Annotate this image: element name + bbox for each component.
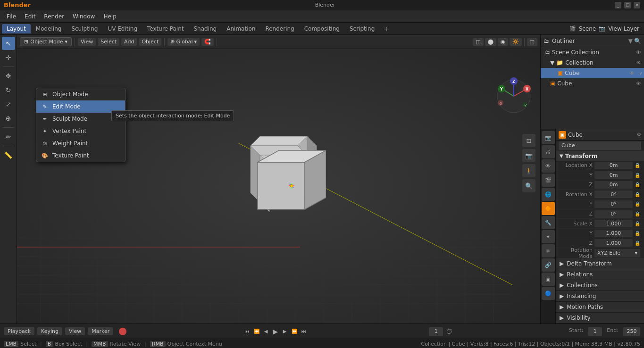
visibility-header[interactable]: ▶ Visibility — [556, 313, 644, 323]
scale-z-lock-icon[interactable]: 🔒 — [635, 240, 640, 246]
add-workspace-button[interactable]: + — [380, 24, 393, 34]
minimize-button[interactable]: _ — [615, 2, 621, 8]
collections-header[interactable]: ▶ Collections — [556, 280, 644, 290]
frame-start-input[interactable]: 1 — [588, 327, 602, 336]
location-x-input[interactable]: 0m — [594, 162, 633, 169]
cube-eye-icon[interactable]: 👁 — [629, 70, 635, 76]
rotation-y-input[interactable]: 0° — [594, 200, 633, 208]
tab-compositing[interactable]: Compositing — [300, 24, 344, 33]
location-y-lock-icon[interactable]: 🔒 — [635, 173, 640, 178]
location-y-input[interactable]: 0m — [594, 171, 633, 179]
marker-menu-button[interactable]: Marker — [88, 327, 113, 335]
viewport-shading-wireframe[interactable]: ◫ — [473, 38, 483, 46]
outliner-cube-root[interactable]: ▣ Cube 👁 — [541, 78, 644, 89]
tab-layout[interactable]: Layout — [2, 24, 31, 33]
frame-end-input[interactable]: 250 — [623, 327, 640, 336]
prop-tab-modifier[interactable]: 🔧 — [542, 216, 555, 229]
instancing-header[interactable]: ▶ Instancing — [556, 291, 644, 301]
menu-window[interactable]: Window — [69, 12, 99, 21]
viewport-shading-material[interactable]: ◉ — [498, 38, 508, 46]
outliner-search-button[interactable]: 🔍 — [634, 38, 641, 44]
select-menu-button[interactable]: Select — [98, 38, 119, 46]
viewport-shading-solid[interactable]: ⬤ — [485, 38, 496, 46]
prop-tab-constraints[interactable]: 🔗 — [542, 258, 555, 272]
prop-tab-view-layer[interactable]: 👁 — [542, 159, 555, 173]
prop-tab-material[interactable]: 🔵 — [542, 287, 555, 300]
view-menu-button[interactable]: View — [78, 38, 96, 46]
current-frame-input[interactable]: 1 — [429, 327, 443, 336]
prop-tab-render[interactable]: 📷 — [542, 131, 555, 144]
next-keyframe-button[interactable]: ⏩ — [290, 327, 299, 336]
close-button[interactable]: ✕ — [634, 2, 640, 8]
object-menu-button[interactable]: Object — [139, 38, 161, 46]
snap-button[interactable]: 🧲 — [201, 38, 214, 46]
measure-tool-button[interactable]: 📏 — [2, 149, 15, 162]
scale-x-input[interactable]: 1.000 — [594, 220, 633, 227]
next-frame-button[interactable]: ▶ — [281, 327, 289, 336]
tab-scripting[interactable]: Scripting — [345, 24, 379, 33]
cube-root-eye-icon[interactable]: 👁 — [636, 81, 641, 87]
toggle-xray-button[interactable]: ◫ — [527, 38, 537, 46]
dropdown-weight-paint[interactable]: ⚖ Weight Paint — [36, 137, 125, 149]
location-z-lock-icon[interactable]: 🔒 — [635, 182, 640, 187]
scale-tool-button[interactable]: ⤢ — [2, 98, 15, 111]
viewport-canvas[interactable]: X Y Z -X -Y ⊡ 📷 🚶 🔍 — [17, 49, 540, 323]
outliner-scene-collection[interactable]: 🗂 Scene Collection 👁 — [541, 47, 644, 58]
maximize-button[interactable]: ☐ — [624, 2, 631, 8]
timeline-view-button[interactable]: View — [65, 327, 85, 335]
scene-collection-eye-icon[interactable]: 👁 — [636, 50, 641, 56]
viewport-shading-rendered[interactable]: 🔆 — [510, 38, 522, 46]
prop-tab-particles[interactable]: ✦ — [542, 230, 555, 243]
playback-menu-button[interactable]: Playback — [4, 327, 34, 335]
location-x-lock-icon[interactable]: 🔒 — [635, 163, 640, 168]
tab-texture-paint[interactable]: Texture Paint — [142, 24, 188, 33]
location-z-input[interactable]: 0m — [594, 181, 633, 189]
menu-render[interactable]: Render — [40, 12, 68, 21]
outliner-collection[interactable]: ▼ 📁 Collection 👁 — [541, 58, 644, 68]
keying-menu-button[interactable]: Keying — [37, 327, 62, 335]
navigation-gizmo[interactable]: X Y Z -X -Y — [495, 77, 533, 115]
delta-transform-header[interactable]: ▶ Delta Transform — [556, 258, 644, 269]
rotation-mode-select[interactable]: XYZ Eule ▾ — [594, 249, 640, 257]
annotate-tool-button[interactable]: ✏ — [2, 130, 15, 143]
outliner-filter-button[interactable]: ▼ — [628, 38, 633, 44]
prop-tab-scene[interactable]: 🎬 — [542, 174, 555, 187]
play-button[interactable]: ▶ — [271, 327, 280, 336]
tab-modeling[interactable]: Modeling — [31, 24, 67, 33]
prop-tab-output[interactable]: 🖨 — [542, 145, 555, 158]
layer-name[interactable]: View Layer — [608, 25, 639, 32]
prop-tab-physics[interactable]: ⚛ — [542, 244, 555, 257]
menu-edit[interactable]: Edit — [21, 12, 39, 21]
tab-sculpting[interactable]: Sculpting — [67, 24, 102, 33]
add-menu-button[interactable]: Add — [121, 38, 137, 46]
move-tool-button[interactable]: ✥ — [2, 69, 15, 83]
rotation-x-input[interactable]: 0° — [594, 191, 633, 198]
rotation-z-lock-icon[interactable]: 🔒 — [635, 211, 640, 216]
record-button[interactable] — [119, 328, 126, 335]
dropdown-texture-paint[interactable]: 🎨 Texture Paint — [36, 149, 125, 162]
dropdown-vertex-paint[interactable]: ✦ Vertex Paint — [36, 125, 125, 137]
jump-to-end-button[interactable]: ⏭ — [300, 327, 308, 336]
select-tool-button[interactable]: ↖ — [2, 37, 15, 50]
tab-rendering[interactable]: Rendering — [260, 24, 299, 33]
prev-keyframe-button[interactable]: ⏪ — [252, 327, 261, 336]
scale-z-input[interactable]: 1.000 — [594, 239, 633, 247]
prop-options-icon[interactable]: ⚙ — [636, 132, 641, 138]
perspective-ortho-toggle[interactable]: ⊡ — [522, 134, 535, 147]
dropdown-object-mode[interactable]: ⊞ Object Mode — [36, 88, 125, 100]
transform-section-header[interactable]: ▼ Transform — [556, 151, 644, 161]
menu-help[interactable]: Help — [100, 12, 120, 21]
walk-fly-button[interactable]: 🚶 — [522, 164, 535, 177]
rotation-y-lock-icon[interactable]: 🔒 — [635, 201, 640, 207]
scene-name[interactable]: Scene — [579, 25, 596, 32]
prop-tab-world[interactable]: 🌐 — [542, 188, 555, 201]
object-name-input[interactable]: Cube — [559, 141, 641, 150]
camera-view-button[interactable]: 📷 — [522, 149, 535, 162]
prop-tab-data[interactable]: ▣ — [542, 273, 555, 286]
relations-header[interactable]: ▶ Relations — [556, 269, 644, 280]
scale-y-lock-icon[interactable]: 🔒 — [635, 231, 640, 236]
zoom-in-button[interactable]: 🔍 — [522, 179, 535, 192]
rotation-x-lock-icon[interactable]: 🔒 — [635, 192, 640, 197]
transform-tool-button[interactable]: ⊕ — [2, 112, 15, 125]
scale-y-input[interactable]: 1.000 — [594, 230, 633, 237]
